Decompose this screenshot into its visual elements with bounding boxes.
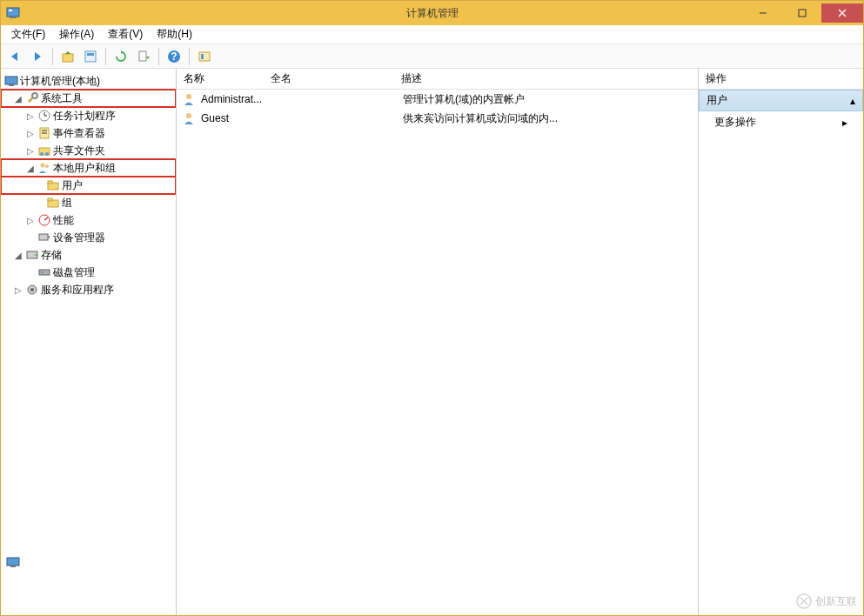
svg-point-50 — [186, 94, 191, 99]
expander-closed-icon[interactable]: ▷ — [25, 215, 36, 225]
svg-rect-45 — [41, 271, 44, 273]
svg-point-33 — [45, 164, 49, 168]
storage-icon — [25, 248, 39, 262]
svg-rect-9 — [63, 54, 73, 62]
tree-system-tools-label: 系统工具 — [41, 91, 83, 106]
menu-file[interactable]: 文件(F) — [4, 25, 52, 44]
tree-device-manager[interactable]: ▷ 设备管理器 — [1, 229, 176, 246]
app-icon — [6, 6, 20, 20]
view-button[interactable] — [194, 46, 215, 67]
forward-button[interactable] — [27, 46, 48, 67]
cell-desc: 管理计算机(域)的内置帐户 — [401, 92, 698, 107]
svg-point-51 — [186, 113, 191, 118]
tree-disk-mgmt-label: 磁盘管理 — [53, 265, 95, 280]
svg-rect-14 — [139, 51, 146, 61]
svg-marker-10 — [65, 51, 70, 54]
tree-users-label: 用户 — [62, 178, 83, 193]
svg-point-22 — [32, 93, 37, 98]
svg-point-31 — [45, 152, 49, 156]
user-icon — [182, 111, 196, 125]
minimize-button[interactable] — [743, 3, 782, 23]
svg-rect-19 — [201, 54, 204, 59]
svg-rect-40 — [39, 234, 48, 240]
tree-performance-label: 性能 — [53, 213, 74, 228]
properties-button[interactable] — [80, 46, 101, 67]
expander-open-icon[interactable]: ◢ — [25, 163, 36, 173]
expander-closed-icon[interactable]: ▷ — [25, 128, 36, 138]
expander-closed-icon[interactable]: ▷ — [13, 285, 23, 295]
svg-rect-2 — [10, 17, 17, 18]
tree-root[interactable]: 计算机管理(本地) — [1, 72, 176, 90]
actions-more[interactable]: 更多操作 ▸ — [699, 111, 863, 133]
menubar: 文件(F) 操作(A) 查看(V) 帮助(H) — [1, 25, 863, 44]
refresh-button[interactable] — [111, 46, 131, 67]
folder-icon — [46, 178, 60, 192]
clock-icon — [37, 109, 51, 123]
tree-shared-folders[interactable]: ▷ 共享文件夹 — [1, 142, 176, 159]
svg-rect-44 — [39, 270, 50, 275]
close-button[interactable] — [821, 3, 863, 23]
collapse-icon: ▴ — [850, 95, 855, 107]
toolbar: ? — [1, 44, 863, 69]
svg-rect-12 — [87, 53, 94, 56]
export-button[interactable] — [133, 46, 154, 67]
expander-closed-icon[interactable]: ▷ — [25, 110, 36, 121]
tree-task-scheduler-label: 任务计划程序 — [53, 109, 116, 124]
svg-marker-7 — [11, 52, 17, 61]
device-icon — [37, 231, 51, 244]
col-name[interactable]: 名称 — [177, 71, 264, 86]
tree-local-users-groups[interactable]: ◢ 本地用户和组 — [1, 159, 176, 177]
menu-help[interactable]: 帮助(H) — [150, 25, 199, 44]
help-button[interactable]: ? — [164, 46, 184, 67]
svg-point-47 — [30, 288, 34, 291]
tree-groups[interactable]: 组 — [1, 194, 176, 211]
tree-pane: 计算机管理(本地) ◢ 系统工具 ▷ 任务计划程序 ▷ 事件查看器 ▷ 共享文件… — [1, 69, 177, 615]
actions-header: 操作 — [699, 69, 863, 90]
back-button[interactable] — [4, 46, 25, 67]
col-fullname[interactable]: 全名 — [264, 71, 394, 86]
tree-performance[interactable]: ▷ 性能 — [1, 211, 176, 229]
user-icon — [182, 92, 196, 106]
folder-icon — [46, 196, 60, 210]
list-header: 名称 全名 描述 — [177, 69, 698, 90]
actions-group-label: 用户 — [707, 93, 727, 108]
tree-storage-label: 存储 — [41, 248, 62, 263]
list-pane: 名称 全名 描述 Administrat... 管理计算机(域)的内置帐户 Gu… — [177, 69, 699, 615]
svg-marker-15 — [146, 57, 150, 59]
performance-icon — [37, 213, 51, 227]
tree-users[interactable]: 用户 — [1, 177, 176, 194]
computer-icon — [4, 74, 18, 88]
maximize-button[interactable] — [782, 3, 821, 23]
menu-view[interactable]: 查看(V) — [101, 25, 150, 44]
tree-disk-management[interactable]: ▷ 磁盘管理 — [1, 264, 176, 281]
expander-closed-icon[interactable]: ▷ — [25, 145, 36, 156]
tree-task-scheduler[interactable]: ▷ 任务计划程序 — [1, 107, 176, 124]
watermark: 创新互联 — [796, 593, 857, 609]
tree-event-viewer[interactable]: ▷ 事件查看器 — [1, 124, 176, 142]
users-icon — [37, 161, 51, 175]
svg-rect-41 — [48, 236, 50, 238]
svg-rect-35 — [48, 181, 52, 184]
svg-marker-8 — [35, 52, 41, 61]
tree-system-tools[interactable]: ◢ 系统工具 — [1, 90, 176, 107]
tree-root-label: 计算机管理(本地) — [20, 74, 100, 89]
services-icon — [25, 283, 39, 297]
svg-rect-49 — [10, 566, 16, 567]
up-button[interactable] — [57, 46, 78, 67]
shared-icon — [37, 144, 51, 157]
tree-services-apps[interactable]: ▷ 服务和应用程序 — [1, 281, 176, 298]
tree-shared-folders-label: 共享文件夹 — [53, 144, 105, 158]
actions-group-header[interactable]: 用户 ▴ — [699, 90, 863, 111]
expander-open-icon[interactable]: ◢ — [13, 250, 23, 260]
menu-action[interactable]: 操作(A) — [52, 25, 101, 44]
svg-text:?: ? — [171, 50, 177, 63]
col-desc[interactable]: 描述 — [394, 71, 698, 86]
list-row[interactable]: Guest 供来宾访问计算机或访问域的内... — [177, 109, 698, 128]
expander-open-icon[interactable]: ◢ — [13, 93, 23, 104]
tree-groups-label: 组 — [62, 196, 72, 211]
svg-rect-21 — [9, 84, 14, 86]
list-row[interactable]: Administrat... 管理计算机(域)的内置帐户 — [177, 90, 698, 109]
tree-device-manager-label: 设备管理器 — [53, 231, 105, 245]
tree-storage[interactable]: ◢ 存储 — [1, 246, 176, 264]
titlebar: 计算机管理 — [1, 1, 863, 25]
